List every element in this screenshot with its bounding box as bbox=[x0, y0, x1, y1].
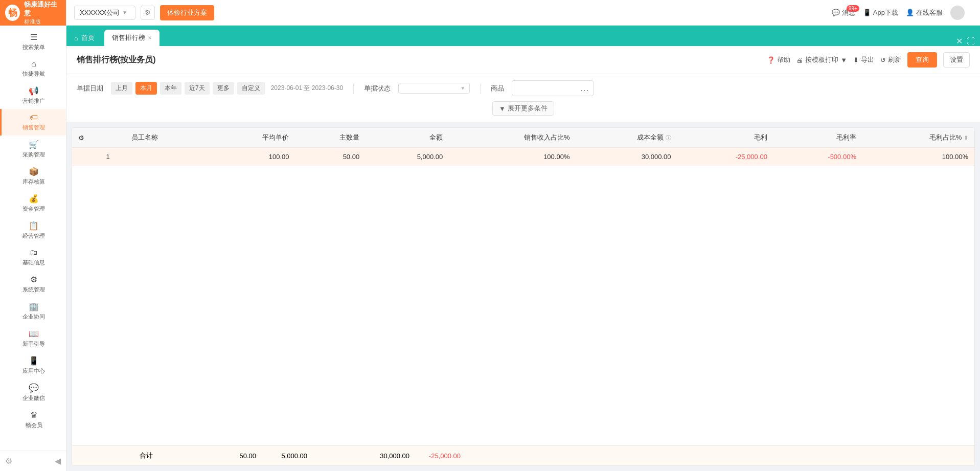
quick-nav-icon: ⌂ bbox=[31, 59, 36, 69]
th-name: 员工名称 bbox=[125, 128, 210, 148]
sidebar-item-app-center[interactable]: 📱 应用中心 bbox=[0, 352, 66, 379]
date-filter-group: 上月 本月 本年 近7天 更多 自定义 2023-06-01 至 2023-06… bbox=[111, 82, 343, 95]
tab-close-icon[interactable]: × bbox=[148, 34, 152, 41]
company-name: XXXXXX公司 bbox=[80, 8, 120, 17]
app-center-label: 应用中心 bbox=[22, 367, 45, 375]
help-btn[interactable]: ❓ 帮助 bbox=[767, 55, 790, 64]
sidebar-item-system[interactable]: ⚙ 系统管理 bbox=[0, 271, 66, 298]
table-body: 1 100.00 50.00 5,000.00 100.00% 30,000.0… bbox=[72, 148, 974, 166]
sidebar-item-member[interactable]: ♛ 畅会员 bbox=[0, 406, 66, 433]
refresh-icon: ↺ bbox=[880, 56, 886, 64]
finance-icon: 💰 bbox=[29, 194, 39, 204]
column-settings-icon[interactable]: ⚙ bbox=[78, 134, 84, 142]
th-qty: 主数量 bbox=[295, 128, 366, 148]
guide-label: 新手引导 bbox=[22, 340, 45, 348]
sales-label: 销售管理 bbox=[22, 124, 45, 131]
sidebar-nav: ☰ 搜索菜单 ⌂ 快捷导航 📢 营销推广 🏷 销售管理 🛒 采购管理 📦 库存核… bbox=[0, 26, 66, 451]
td-rank: 1 bbox=[90, 148, 125, 166]
cost-help-icon[interactable]: ⓘ bbox=[666, 134, 671, 141]
trial-button[interactable]: 体验行业方案 bbox=[160, 5, 214, 20]
td-gross-rate: -500.00% bbox=[773, 148, 862, 166]
page-title: 销售排行榜(按业务员) bbox=[77, 55, 156, 65]
company-select[interactable]: XXXXXX公司 ▼ bbox=[74, 6, 135, 20]
settings-button[interactable]: 设置 bbox=[943, 52, 970, 68]
sidebar-item-sales[interactable]: 🏷 销售管理 bbox=[0, 109, 66, 136]
date-label: 单据日期 bbox=[77, 84, 103, 93]
sidebar-item-collab[interactable]: 🏢 企业协同 bbox=[0, 298, 66, 325]
settings-footer-icon[interactable]: ⚙ bbox=[5, 456, 12, 466]
finance-label: 资金管理 bbox=[22, 205, 45, 213]
date-btn-this-year[interactable]: 本年 bbox=[160, 82, 181, 95]
sidebar-item-quick-nav[interactable]: ⌂ 快捷导航 bbox=[0, 55, 66, 82]
footer-gross: -25,000.00 bbox=[416, 452, 467, 460]
message-badge: 99+ bbox=[847, 5, 859, 12]
td-cost: 30,000.00 bbox=[576, 148, 677, 166]
status-select[interactable]: ▼ bbox=[398, 83, 470, 94]
query-button[interactable]: 查询 bbox=[907, 52, 937, 68]
wechat-label: 企业微信 bbox=[22, 394, 45, 402]
tab-close-window-icon[interactable]: ✕ bbox=[956, 36, 963, 46]
date-btn-custom[interactable]: 自定义 bbox=[237, 82, 265, 95]
online-service-btn[interactable]: 👤 在线客服 bbox=[906, 8, 943, 17]
logo-text: 畅康通好生意 标准版 bbox=[24, 1, 61, 25]
date-btn-this-month[interactable]: 本月 bbox=[135, 82, 157, 95]
operations-icon: 📋 bbox=[29, 221, 39, 231]
sidebar-footer: ⚙ ◀ bbox=[0, 451, 66, 471]
sidebar-item-wechat[interactable]: 💬 企业微信 bbox=[0, 379, 66, 406]
filter-row: 单据日期 上月 本月 本年 近7天 更多 自定义 2023-06-01 至 20… bbox=[77, 80, 970, 96]
date-btn-last-month[interactable]: 上月 bbox=[111, 82, 132, 95]
sidebar-item-guide[interactable]: 📖 新手引导 bbox=[0, 325, 66, 352]
search-order-label: 搜索菜单 bbox=[22, 43, 45, 51]
tab-home[interactable]: ⌂ 首页 bbox=[66, 30, 102, 46]
help-icon: ❓ bbox=[767, 56, 775, 64]
app-download-btn[interactable]: 📱 App下载 bbox=[863, 8, 898, 17]
tab-bar: ⌂ 首页 销售排行榜 × ✕ ⛶ bbox=[66, 26, 980, 46]
wechat-icon: 💬 bbox=[29, 383, 39, 393]
date-btn-more[interactable]: 更多 bbox=[213, 82, 234, 95]
th-avg-price: 平均单价 bbox=[210, 128, 295, 148]
member-label: 畅会员 bbox=[26, 421, 42, 429]
th-cost: 成本全额 ⓘ bbox=[576, 128, 677, 148]
print-btn[interactable]: 🖨 按模板打印 ▼ bbox=[796, 55, 847, 64]
table-footer: 合计 50.00 5,000.00 30,000.00 -25,000.00 bbox=[72, 445, 974, 465]
sidebar-item-search-order[interactable]: ☰ 搜索菜单 bbox=[0, 28, 66, 55]
export-icon: ⬇ bbox=[853, 56, 859, 64]
member-icon: ♛ bbox=[30, 410, 37, 420]
sales-icon: 🏷 bbox=[30, 113, 38, 122]
expand-btn[interactable]: ▼ 展开更多条件 bbox=[492, 101, 554, 116]
td-gross-pct: 100.00% bbox=[862, 148, 974, 166]
logo-icon: 畅 bbox=[5, 5, 20, 21]
sidebar-item-operations[interactable]: 📋 经营管理 bbox=[0, 217, 66, 244]
expand-icon: ▼ bbox=[499, 105, 506, 113]
page-content: 销售排行榜(按业务员) ❓ 帮助 🖨 按模板打印 ▼ ⬇ 导出 ↺ 刷新 bbox=[66, 46, 980, 471]
company-settings-btn[interactable]: ⚙ bbox=[141, 6, 155, 20]
base-info-icon: 🗂 bbox=[30, 248, 38, 257]
date-btn-7days[interactable]: 近7天 bbox=[185, 82, 210, 95]
sidebar-item-inventory[interactable]: 📦 库存核算 bbox=[0, 163, 66, 190]
app-label: App下载 bbox=[873, 8, 898, 17]
goods-input[interactable]: … bbox=[512, 80, 594, 96]
status-arrow-icon: ▼ bbox=[460, 85, 465, 91]
goods-more-icon[interactable]: … bbox=[580, 83, 589, 94]
sidebar-item-finance[interactable]: 💰 资金管理 bbox=[0, 190, 66, 217]
footer-label-text: 合计 bbox=[140, 451, 170, 460]
sidebar-item-purchase[interactable]: 🛒 采购管理 bbox=[0, 136, 66, 163]
td-qty: 50.00 bbox=[295, 148, 366, 166]
gross-pct-sort-icon[interactable]: ⬆ bbox=[964, 134, 968, 141]
tab-active-label: 销售排行榜 bbox=[112, 33, 145, 42]
refresh-btn[interactable]: ↺ 刷新 bbox=[880, 55, 901, 64]
tab-expand-icon[interactable]: ⛶ bbox=[967, 37, 975, 46]
avatar[interactable] bbox=[950, 6, 965, 20]
tab-sales-ranking[interactable]: 销售排行榜 × bbox=[104, 30, 159, 46]
td-amount: 5,000.00 bbox=[366, 148, 449, 166]
sidebar-item-base-info[interactable]: 🗂 基础信息 bbox=[0, 244, 66, 271]
message-btn[interactable]: 💬 消息 99+ bbox=[832, 8, 855, 17]
export-btn[interactable]: ⬇ 导出 bbox=[853, 55, 874, 64]
th-gross-pct: 毛利占比% ⬆ bbox=[862, 128, 974, 148]
sidebar-item-marketing[interactable]: 📢 营销推广 bbox=[0, 82, 66, 109]
collapse-icon[interactable]: ◀ bbox=[55, 456, 61, 466]
table-area: ⚙ 员工名称 平均单价 主数量 全额 销售收入占比% 成本全额 ⓘ 毛利 毛利率 bbox=[72, 127, 975, 466]
operations-label: 经营管理 bbox=[22, 232, 45, 240]
page-actions: ❓ 帮助 🖨 按模板打印 ▼ ⬇ 导出 ↺ 刷新 查询 设置 bbox=[767, 52, 970, 68]
collab-label: 企业协同 bbox=[22, 313, 45, 321]
